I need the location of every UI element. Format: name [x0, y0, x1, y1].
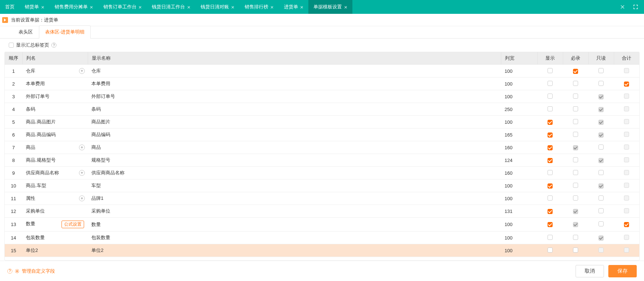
- close-icon[interactable]: ×: [41, 4, 44, 10]
- cell-width[interactable]: 100: [501, 116, 537, 128]
- show-checkbox[interactable]: [548, 195, 553, 201]
- close-icon[interactable]: ×: [187, 4, 190, 10]
- top-tab[interactable]: 销售费用分摊单×: [50, 0, 98, 14]
- close-icon[interactable]: ×: [90, 4, 93, 10]
- table-row[interactable]: 4条码条码250: [5, 103, 639, 116]
- cell-width[interactable]: 131: [501, 205, 537, 218]
- cell-width[interactable]: 250: [501, 103, 537, 116]
- config-table-scroll[interactable]: 顺序 列名 显示名称 列宽 显示 必录 只读 合计 1仓库+仓库1002本单费用…: [4, 52, 640, 261]
- formula-button[interactable]: 公式设置: [62, 221, 84, 228]
- table-row[interactable]: 10商品.车型车型100: [5, 179, 639, 192]
- cell-width[interactable]: 100: [501, 218, 537, 231]
- show-checkbox[interactable]: [548, 222, 553, 227]
- cell-display[interactable]: 规格型号: [88, 154, 501, 167]
- cell-width[interactable]: 100: [501, 78, 537, 90]
- footer-help-icon[interactable]: ?: [7, 269, 12, 274]
- cell-width[interactable]: 124: [501, 154, 537, 167]
- top-tab[interactable]: 销售排行榜×: [240, 0, 279, 14]
- table-row[interactable]: 11属性+品牌1100: [5, 192, 639, 205]
- add-icon[interactable]: +: [79, 195, 85, 201]
- required-checkbox[interactable]: [573, 183, 578, 188]
- required-checkbox[interactable]: [573, 69, 578, 74]
- close-icon[interactable]: ×: [139, 4, 142, 10]
- cell-width[interactable]: 100: [501, 231, 537, 244]
- top-tab[interactable]: 单据模板设置×: [308, 0, 352, 14]
- cell-width[interactable]: 100: [501, 244, 537, 257]
- top-tab[interactable]: 销售订单工作台×: [98, 0, 147, 14]
- table-row[interactable]: 12采购单位采购单位131: [5, 205, 639, 218]
- cell-width[interactable]: 100: [501, 65, 537, 78]
- cell-display[interactable]: 供应商商品名称: [88, 167, 501, 179]
- save-button[interactable]: 保存: [608, 265, 637, 277]
- top-tab[interactable]: 销货单×: [20, 0, 50, 14]
- show-checkbox[interactable]: [548, 235, 553, 240]
- cell-width[interactable]: 160: [501, 167, 537, 179]
- cell-display[interactable]: 仓库: [88, 65, 501, 78]
- show-checkbox[interactable]: [548, 248, 553, 253]
- required-checkbox[interactable]: [573, 170, 578, 175]
- cell-display[interactable]: 商品: [88, 141, 501, 154]
- help-icon[interactable]: ?: [51, 43, 56, 48]
- table-row[interactable]: 6商品.商品编码商品编码165: [5, 128, 639, 141]
- top-tab[interactable]: 钱货日清工作台×: [147, 0, 195, 14]
- cell-display[interactable]: 单位2: [88, 244, 501, 257]
- table-row[interactable]: 9供应商商品名称+供应商商品名称160: [5, 167, 639, 179]
- cell-display[interactable]: 商品图片: [88, 116, 501, 128]
- cell-display[interactable]: 外部订单号: [88, 90, 501, 103]
- show-checkbox[interactable]: [548, 209, 553, 214]
- cancel-button[interactable]: 取消: [576, 265, 604, 277]
- show-checkbox[interactable]: [548, 170, 553, 175]
- close-icon[interactable]: ×: [300, 4, 304, 10]
- top-tab[interactable]: 钱货日清对账×: [195, 0, 240, 14]
- table-row[interactable]: 3外部订单号外部订单号100: [5, 90, 639, 103]
- add-icon[interactable]: +: [79, 145, 85, 150]
- show-checkbox[interactable]: [548, 68, 553, 73]
- show-checkbox[interactable]: [548, 106, 553, 111]
- cell-width[interactable]: 165: [501, 128, 537, 141]
- cell-width[interactable]: 100: [501, 179, 537, 192]
- summary-checkbox[interactable]: [9, 43, 14, 48]
- table-row[interactable]: 15单位2单位2100: [5, 244, 639, 257]
- required-checkbox[interactable]: [573, 132, 578, 137]
- show-checkbox[interactable]: [548, 120, 553, 125]
- top-tab[interactable]: 进货单×: [279, 0, 309, 14]
- total-checkbox[interactable]: [624, 82, 629, 87]
- show-checkbox[interactable]: [548, 145, 553, 150]
- close-icon[interactable]: ×: [270, 4, 274, 10]
- close-icon[interactable]: ×: [231, 4, 234, 10]
- required-checkbox[interactable]: [573, 235, 578, 240]
- cell-display[interactable]: 商品编码: [88, 128, 501, 141]
- table-row[interactable]: 5商品.商品图片商品图片100: [5, 116, 639, 128]
- readonly-checkbox[interactable]: [598, 195, 604, 201]
- table-row[interactable]: 8商品.规格型号规格型号124: [5, 154, 639, 167]
- sub-tab[interactable]: 表头区: [12, 25, 39, 38]
- readonly-checkbox[interactable]: [598, 221, 604, 226]
- cell-display[interactable]: 车型: [88, 179, 501, 192]
- show-checkbox[interactable]: [548, 183, 553, 189]
- total-checkbox[interactable]: [624, 222, 629, 227]
- cell-display[interactable]: 本单费用: [88, 78, 501, 90]
- show-checkbox[interactable]: [548, 81, 553, 86]
- add-icon[interactable]: +: [79, 68, 85, 74]
- table-row[interactable]: 1仓库+仓库100: [5, 65, 639, 78]
- readonly-checkbox[interactable]: [598, 208, 604, 213]
- required-checkbox[interactable]: [573, 81, 578, 86]
- readonly-checkbox[interactable]: [598, 170, 604, 175]
- show-checkbox[interactable]: [548, 132, 553, 138]
- cell-display[interactable]: 条码: [88, 103, 501, 116]
- required-checkbox[interactable]: [573, 248, 578, 253]
- readonly-checkbox[interactable]: [598, 68, 604, 73]
- expand-chevron-icon[interactable]: [2, 17, 8, 23]
- cell-display[interactable]: 包装数量: [88, 231, 501, 244]
- required-checkbox[interactable]: [573, 157, 578, 162]
- readonly-checkbox[interactable]: [598, 81, 604, 86]
- close-all-icon[interactable]: [619, 4, 626, 10]
- cell-display[interactable]: 品牌1: [88, 192, 501, 205]
- add-icon[interactable]: +: [79, 170, 85, 176]
- table-row[interactable]: 2本单费用本单费用100: [5, 78, 639, 90]
- table-row[interactable]: 13数量公式设置数量100: [5, 218, 639, 231]
- manage-custom-fields-link[interactable]: 管理自定义字段: [22, 268, 55, 274]
- sub-tab[interactable]: 表体区-进货单明细: [39, 25, 91, 39]
- top-tab[interactable]: 首页: [0, 0, 20, 14]
- required-checkbox[interactable]: [573, 119, 578, 124]
